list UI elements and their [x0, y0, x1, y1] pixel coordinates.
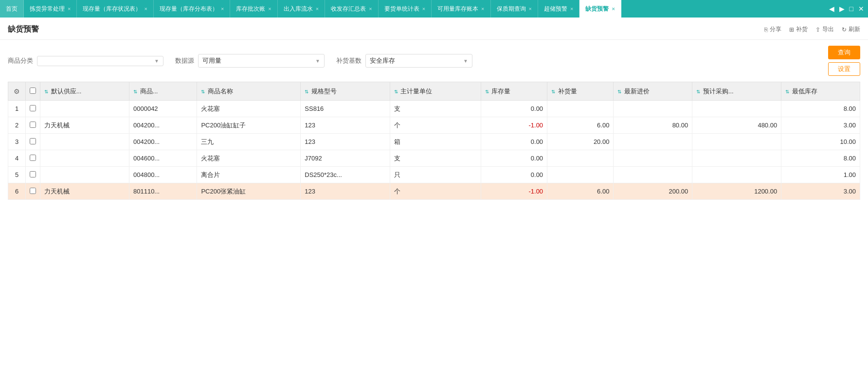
tab-next-button[interactable]: ▶ — [837, 4, 847, 14]
tab-req-stats[interactable]: 要货单统计表 × — [379, 0, 432, 18]
td-unit: 支 — [390, 101, 481, 117]
tab-avail-ledger[interactable]: 可用量库存账本 × — [432, 0, 490, 18]
tab-inout-flow[interactable]: 出入库流水 × — [278, 0, 325, 18]
tab-close-stock-status[interactable]: × — [144, 6, 147, 12]
tab-close-batch[interactable]: × — [268, 6, 271, 12]
tab-close-stock-dist[interactable]: × — [221, 6, 224, 12]
td-min-stock: 3.00 — [781, 117, 860, 134]
th-gear[interactable]: ⚙ — [8, 82, 26, 101]
td-supplier: 力天机械 — [40, 117, 129, 134]
data-table: ⚙ ⇅ 默认供应... ⇅ 商品... ⇅ 商品名称 — [8, 82, 860, 200]
td-supplier: 力天机械 — [40, 183, 129, 200]
td-row-num: 3 — [8, 134, 26, 150]
tab-recv-summary[interactable]: 收发存汇总表 × — [325, 0, 378, 18]
datasource-select[interactable]: 可用量 ▼ — [198, 54, 325, 68]
td-checkbox[interactable] — [26, 183, 40, 200]
spec-sort-icon: ⇅ — [305, 89, 308, 94]
th-replenish[interactable]: ⇅ 补货量 — [547, 82, 614, 101]
replenish-sort-icon: ⇅ — [551, 89, 555, 94]
category-select[interactable]: ▼ — [37, 56, 163, 66]
th-stock[interactable]: ⇅ 库存量 — [481, 82, 547, 101]
tab-restore-button[interactable]: □ — [848, 4, 855, 14]
th-supplier[interactable]: ⇅ 默认供应... — [40, 82, 129, 101]
tab-close-req-stats[interactable]: × — [422, 6, 425, 12]
tab-home[interactable]: 首页 — [0, 0, 24, 18]
td-stock: 0.00 — [481, 150, 547, 167]
td-code: 004800... — [129, 167, 197, 183]
td-supplier — [40, 167, 129, 183]
row-checkbox[interactable] — [30, 188, 36, 194]
th-est-purchase[interactable]: ⇅ 预计采购... — [692, 82, 781, 101]
datasource-label: 数据源 — [175, 56, 194, 65]
table-row: 5 004800... 离合片 DS250*23c... 只 0.00 1.00 — [8, 167, 860, 183]
th-spec[interactable]: ⇅ 规格型号 — [301, 82, 390, 101]
td-checkbox[interactable] — [26, 117, 40, 134]
query-button[interactable]: 查询 — [828, 46, 860, 59]
tab-close-expiry[interactable]: × — [529, 6, 532, 12]
td-checkbox[interactable] — [26, 150, 40, 167]
tab-close-shortage[interactable]: × — [612, 6, 615, 12]
refresh-button[interactable]: ↻ 刷新 — [842, 25, 860, 34]
tab-close-overstock[interactable]: × — [570, 6, 573, 12]
row-checkbox[interactable] — [30, 122, 36, 128]
td-supplier — [40, 101, 129, 117]
refresh-icon: ↻ — [842, 26, 847, 33]
td-code: 801110... — [129, 183, 197, 200]
td-checkbox[interactable] — [26, 101, 40, 117]
td-checkbox[interactable] — [26, 167, 40, 183]
export-icon: ⇪ — [815, 26, 820, 33]
td-stock: 0.00 — [481, 101, 547, 117]
tab-stock-dist[interactable]: 现存量（库存分布表） × — [154, 0, 230, 18]
td-checkbox[interactable] — [26, 134, 40, 150]
td-unit: 个 — [390, 183, 481, 200]
th-latest-price[interactable]: ⇅ 最新进价 — [614, 82, 692, 101]
row-checkbox[interactable] — [30, 138, 36, 144]
th-min-stock[interactable]: ⇅ 最低库存 — [781, 82, 860, 101]
tab-shortage[interactable]: 缺货预警 × — [579, 0, 621, 18]
tab-close-inout-flow[interactable]: × — [316, 6, 319, 12]
th-checkbox[interactable] — [26, 82, 40, 101]
td-est-purchase — [692, 150, 781, 167]
td-replenish: 6.00 — [547, 117, 614, 134]
tab-stock-status[interactable]: 现存量（库存状况表） × — [77, 0, 153, 18]
export-button[interactable]: ⇪ 导出 — [815, 25, 834, 34]
share-button[interactable]: ⎘ 分享 — [764, 25, 781, 34]
replenish-button[interactable]: ⊞ 补货 — [789, 25, 808, 34]
row-checkbox[interactable] — [30, 105, 36, 111]
table-body: 1 0000042 火花塞 SS816 支 0.00 8.00 2 力天机械 0… — [8, 101, 860, 200]
row-checkbox[interactable] — [30, 171, 36, 177]
category-label: 商品分类 — [8, 56, 33, 65]
tab-prev-button[interactable]: ◀ — [827, 4, 836, 14]
replenish-base-select[interactable]: 安全库存 ▼ — [365, 54, 472, 68]
th-code[interactable]: ⇅ 商品... — [129, 82, 197, 101]
th-unit[interactable]: ⇅ 主计量单位 — [390, 82, 481, 101]
td-stock: 0.00 — [481, 167, 547, 183]
tab-batch[interactable]: 库存批次账 × — [230, 0, 277, 18]
th-name[interactable]: ⇅ 商品名称 — [197, 82, 301, 101]
settings-button[interactable]: 设置 — [828, 62, 860, 76]
tab-close-recv-summary[interactable]: × — [369, 6, 372, 12]
td-spec: 123 — [301, 183, 390, 200]
gear-icon[interactable]: ⚙ — [14, 88, 20, 95]
page-title: 缺货预警 — [8, 24, 39, 35]
row-checkbox[interactable] — [30, 155, 36, 161]
tab-pick-anomaly[interactable]: 拣货异常处理 × — [24, 0, 77, 18]
datasource-value: 可用量 — [202, 56, 221, 65]
td-replenish — [547, 150, 614, 167]
share-icon: ⎘ — [764, 26, 768, 33]
td-name: 火花塞 — [197, 150, 301, 167]
name-sort-icon: ⇅ — [201, 89, 205, 94]
table-row: 2 力天机械 004200... PC200油缸缸子 123 个 -1.00 6… — [8, 117, 860, 134]
select-all-checkbox[interactable] — [30, 88, 36, 94]
tab-expiry[interactable]: 保质期查询 × — [491, 0, 538, 18]
replenish-icon: ⊞ — [789, 26, 794, 33]
td-min-stock: 3.00 — [781, 183, 860, 200]
tab-overstock[interactable]: 超储预警 × — [538, 0, 579, 18]
tab-close-avail-ledger[interactable]: × — [481, 6, 484, 12]
supplier-sort-icon: ⇅ — [44, 89, 48, 94]
tab-close-pick-anomaly[interactable]: × — [68, 6, 71, 12]
filter-actions: 查询 设置 — [828, 46, 860, 76]
td-latest-price — [614, 101, 692, 117]
td-unit: 支 — [390, 150, 481, 167]
tab-close-all-button[interactable]: ✕ — [856, 4, 866, 14]
